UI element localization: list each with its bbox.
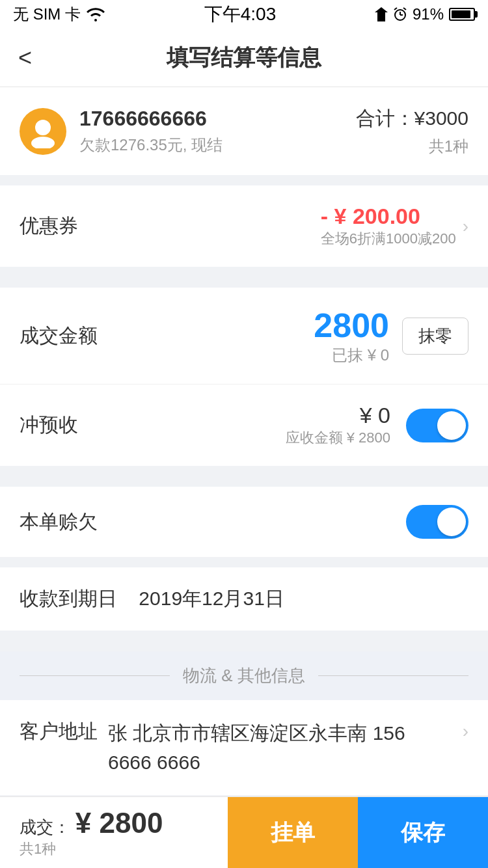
sheqian-toggle-thumb <box>437 508 466 536</box>
due-date-value: 2019年12月31日 <box>139 588 284 609</box>
main-content: 17666666666 欠款1276.35元, 现结 合计：¥3000 共1种 … <box>0 87 488 868</box>
total-count: 共1种 <box>356 136 468 157</box>
address-chevron-icon: › <box>463 721 468 742</box>
chong-amounts: ¥ 0 应收金额 ¥ 2800 <box>286 403 390 448</box>
address-row[interactable]: 客户地址 张 北京市市辖区海淀区永丰南 156 6666 6666 › <box>0 700 488 795</box>
bottom-deal-amount: ¥ 2800 <box>75 807 163 839</box>
svg-point-6 <box>31 137 55 148</box>
avatar-person-icon <box>26 115 60 148</box>
svg-point-5 <box>35 120 51 135</box>
sheqian-label: 本单赊欠 <box>20 509 98 536</box>
sheqian-toggle[interactable] <box>406 505 468 539</box>
coupon-row[interactable]: 优惠券 - ¥ 200.00 全场6折满1000减200 › <box>0 185 488 267</box>
toggle-thumb <box>437 411 466 440</box>
carrier-text: 无 SIM 卡 <box>13 4 81 25</box>
coupon-value-block: - ¥ 200.00 全场6折满1000减200 <box>321 204 456 249</box>
battery-icon <box>449 8 475 21</box>
save-button[interactable]: 保存 <box>358 797 488 869</box>
deal-amount-label: 成交金额 <box>20 323 98 349</box>
section-divider-2 <box>0 476 488 487</box>
deal-amount-row: 成交金额 2800 已抹 ¥ 0 抹零 <box>0 288 488 385</box>
coupon-right: - ¥ 200.00 全场6折满1000减200 › <box>321 204 468 249</box>
logistics-section-label: 物流 & 其他信息 <box>183 664 305 687</box>
svg-line-3 <box>394 8 397 10</box>
user-left: 17666666666 欠款1276.35元, 现结 <box>20 107 223 156</box>
address-value: 张 北京市市辖区海淀区永丰南 156 6666 6666 <box>98 718 463 777</box>
status-bar: 无 SIM 卡 下午4:03 91% <box>0 0 488 29</box>
chong-right: ¥ 0 应收金额 ¥ 2800 <box>286 403 468 448</box>
bottom-deal-label: 成交： <box>20 817 70 837</box>
battery-pct: 91% <box>413 5 444 23</box>
section-divider-1 <box>0 277 488 288</box>
due-date-label-part: 收款到期日 <box>20 588 117 609</box>
status-bar-left: 无 SIM 卡 <box>13 4 105 25</box>
hang-button[interactable]: 挂单 <box>228 797 358 869</box>
nav-bar: < 填写结算等信息 <box>0 29 488 87</box>
user-info: 17666666666 欠款1276.35元, 现结 <box>79 107 223 156</box>
chong-yushou-row: 冲预收 ¥ 0 应收金额 ¥ 2800 <box>0 385 488 466</box>
logistics-header: 物流 & 其他信息 <box>0 651 488 700</box>
sheqian-row: 本单赊欠 <box>0 487 488 557</box>
chong-toggle[interactable] <box>406 409 468 442</box>
section-divider-3 <box>0 641 488 651</box>
coupon-label: 优惠券 <box>20 213 78 239</box>
avatar <box>20 108 66 155</box>
back-button[interactable]: < <box>18 44 32 72</box>
logistics-line-left <box>20 675 170 676</box>
coupon-chevron-icon: › <box>463 216 468 237</box>
bottom-bar: 成交： ¥ 2800 共1种 挂单 保存 <box>0 796 488 868</box>
total-amount: 合计：¥3000 <box>356 105 468 132</box>
due-date-row: 收款到期日 2019年12月31日 <box>0 567 488 631</box>
deal-section: 成交金额 2800 已抹 ¥ 0 抹零 冲预收 ¥ 0 应收金额 ¥ 2800 <box>0 288 488 466</box>
svg-line-4 <box>403 8 406 10</box>
user-sub-text: 欠款1276.35元, 现结 <box>79 135 223 156</box>
deal-amount-right: 2800 已抹 ¥ 0 抹零 <box>314 306 468 366</box>
wifi-icon <box>86 7 105 21</box>
deal-amount-block: 2800 已抹 ¥ 0 <box>314 306 389 366</box>
chong-label: 冲预收 <box>20 412 78 439</box>
user-phone: 17666666666 <box>79 107 223 131</box>
status-bar-right: 91% <box>375 5 475 23</box>
logistics-line-right <box>318 675 468 676</box>
user-card: 17666666666 欠款1276.35元, 现结 合计：¥3000 共1种 <box>0 87 488 175</box>
bottom-deal-row: 成交： ¥ 2800 <box>20 807 208 839</box>
time-display: 下午4:03 <box>204 2 277 27</box>
chong-main-amount: ¥ 0 <box>286 403 390 428</box>
deal-amount-sub: 已抹 ¥ 0 <box>314 345 389 366</box>
page-title: 填写结算等信息 <box>167 43 321 73</box>
alarm-icon <box>393 7 407 21</box>
coupon-desc: 全场6折满1000减200 <box>321 229 456 249</box>
chong-sub-amount: 应收金额 ¥ 2800 <box>286 428 390 448</box>
due-date-text: 收款到期日 2019年12月31日 <box>20 588 284 609</box>
address-label: 客户地址 <box>20 718 98 745</box>
coupon-amount: - ¥ 200.00 <box>321 204 456 229</box>
user-right: 合计：¥3000 共1种 <box>356 105 468 157</box>
round-zero-button[interactable]: 抹零 <box>402 318 468 355</box>
bottom-count: 共1种 <box>20 839 208 859</box>
deal-amount-value: 2800 <box>314 306 389 345</box>
bottom-left: 成交： ¥ 2800 共1种 <box>0 807 228 859</box>
location-icon <box>375 7 388 21</box>
